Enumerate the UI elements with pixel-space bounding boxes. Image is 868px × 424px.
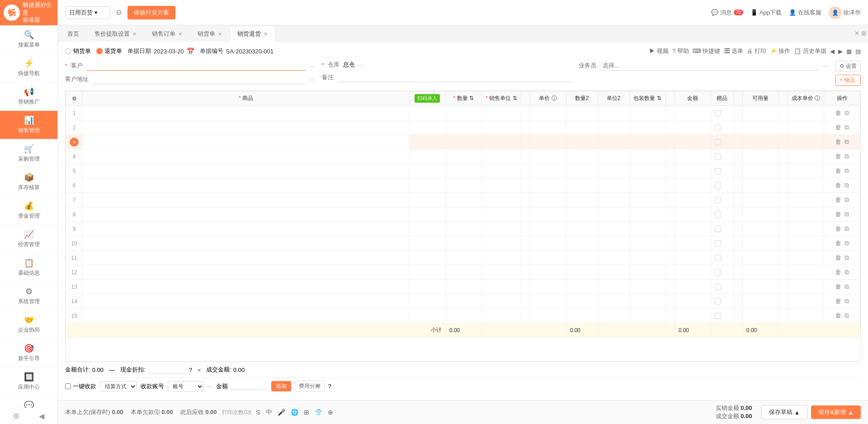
goods-input[interactable] bbox=[86, 211, 406, 218]
scan-btn[interactable]: 扫码录入 bbox=[415, 94, 440, 103]
unit-price-cell[interactable] bbox=[530, 178, 566, 193]
tab-close-all-icon[interactable]: ✕ bbox=[854, 30, 859, 37]
gift-checkbox[interactable] bbox=[715, 255, 721, 261]
goods-cell[interactable] bbox=[83, 207, 410, 222]
gift-checkbox[interactable] bbox=[715, 269, 721, 276]
tab-sales[interactable]: 销货单 ✕ bbox=[190, 26, 230, 42]
pack-qty-cell[interactable] bbox=[629, 280, 665, 294]
copy-row-btn[interactable]: ⧉ bbox=[844, 152, 850, 161]
amount-cell[interactable] bbox=[675, 207, 711, 222]
delete-row-btn[interactable]: 🗑 bbox=[834, 311, 842, 320]
goods-input[interactable] bbox=[86, 269, 406, 276]
sidebar-item-system[interactable]: ⚙ 系统管理 bbox=[0, 282, 57, 310]
tab-sales-order[interactable]: 销售订单 ✕ bbox=[144, 26, 190, 42]
delete-row-btn[interactable]: 🗑 bbox=[834, 166, 842, 175]
sidebar-item-sales[interactable]: 📊 销售管理 bbox=[0, 111, 57, 139]
qty2-cell[interactable] bbox=[566, 193, 598, 207]
sidebar-item-collab[interactable]: 🤝 企业协同 bbox=[0, 310, 57, 339]
delete-row-btn[interactable]: 🗑 bbox=[834, 224, 842, 233]
goods-cell[interactable] bbox=[83, 222, 410, 236]
unit2-cell[interactable] bbox=[598, 178, 629, 193]
pack-qty-cell[interactable] bbox=[629, 178, 665, 193]
unit2-cell[interactable] bbox=[598, 309, 629, 323]
qty2-cell[interactable] bbox=[566, 222, 598, 236]
gift-checkbox[interactable] bbox=[715, 182, 721, 189]
unit2-cell[interactable] bbox=[598, 164, 629, 178]
sales-unit-cell[interactable] bbox=[481, 135, 521, 149]
goods-input[interactable] bbox=[86, 298, 406, 305]
qty2-cell[interactable] bbox=[566, 294, 598, 309]
industry-dropdown[interactable]: 日用百货 ▾ bbox=[65, 6, 110, 19]
copy-row-btn[interactable]: ⧉ bbox=[844, 195, 850, 205]
unit2-cell[interactable] bbox=[598, 280, 629, 294]
unit2-cell[interactable] bbox=[598, 207, 629, 222]
goods-cell[interactable] bbox=[83, 265, 410, 280]
app-download-btn[interactable]: 📱 App下载 bbox=[750, 9, 782, 17]
salesperson-more-icon[interactable]: ··· bbox=[823, 62, 828, 69]
radio-return[interactable]: 退货单 bbox=[96, 47, 122, 55]
unit-price-cell[interactable] bbox=[530, 294, 566, 309]
goods-cell[interactable] bbox=[83, 251, 410, 265]
sidebar-item-guide[interactable]: 🎯 新手引导 bbox=[0, 339, 57, 367]
tab-expand-icon[interactable]: ⊞ bbox=[861, 30, 866, 37]
goods-input[interactable] bbox=[86, 124, 406, 131]
toolbar-s-icon[interactable]: S bbox=[254, 408, 262, 417]
delete-row-btn[interactable]: 🗑 bbox=[834, 181, 842, 190]
unit-price-cell[interactable] bbox=[530, 251, 566, 265]
list-view-icon[interactable]: ▤ bbox=[855, 48, 861, 55]
goods-cell[interactable] bbox=[83, 236, 410, 251]
help-btn[interactable]: ? 帮助 bbox=[672, 47, 689, 55]
delete-row-btn[interactable]: 🗑 bbox=[834, 108, 842, 117]
goods-input[interactable] bbox=[86, 153, 406, 160]
unit2-cell[interactable] bbox=[598, 294, 629, 309]
goods-input[interactable] bbox=[86, 167, 406, 174]
sidebar-item-finance[interactable]: 💰 资金管理 bbox=[0, 196, 57, 225]
gift-cell[interactable] bbox=[711, 222, 733, 236]
sales-unit-cell[interactable] bbox=[481, 149, 521, 164]
gift-checkbox[interactable] bbox=[715, 298, 721, 305]
pack-qty-cell[interactable] bbox=[629, 265, 665, 280]
gift-cell[interactable] bbox=[711, 251, 733, 265]
qty-cell[interactable] bbox=[445, 251, 481, 265]
goods-cell[interactable] bbox=[83, 193, 410, 207]
gift-cell[interactable] bbox=[711, 265, 733, 280]
sales-unit-cell[interactable] bbox=[481, 120, 521, 135]
gift-cell[interactable] bbox=[711, 106, 733, 120]
sidebar-item-wechat[interactable]: 💬 企业微信 bbox=[0, 396, 57, 408]
sidebar-item-search[interactable]: 🔍 搜索菜单 bbox=[0, 25, 57, 54]
th-scan[interactable]: 扫码录入 bbox=[409, 91, 445, 106]
gift-cell[interactable] bbox=[711, 207, 733, 222]
amount-cell[interactable] bbox=[675, 193, 711, 207]
delete-row-btn[interactable]: 🗑 bbox=[834, 137, 842, 146]
customer-input[interactable] bbox=[86, 61, 306, 71]
unit2-cell[interactable] bbox=[598, 193, 629, 207]
logistics-btn[interactable]: + 物流 bbox=[835, 75, 861, 86]
pack-qty-cell[interactable] bbox=[629, 135, 665, 149]
amount-cell[interactable] bbox=[675, 164, 711, 178]
amount-cell[interactable] bbox=[675, 106, 711, 120]
toolbar-qr-icon[interactable]: ⊞ bbox=[302, 408, 311, 417]
qty2-cell[interactable] bbox=[566, 178, 598, 193]
experience-btn[interactable]: 体验行业方案 bbox=[127, 6, 175, 19]
pack-qty-cell[interactable] bbox=[629, 222, 665, 236]
toolbar-more-icon[interactable]: ⊕ bbox=[326, 408, 335, 417]
copy-row-btn[interactable]: ⧉ bbox=[844, 224, 850, 233]
delete-row-btn[interactable]: 🗑 bbox=[834, 195, 842, 204]
settings-btn[interactable]: ⚙ 设置 bbox=[835, 61, 861, 72]
amount-cell[interactable] bbox=[675, 251, 711, 265]
gift-checkbox[interactable] bbox=[715, 110, 721, 116]
goods-cell[interactable] bbox=[83, 164, 410, 178]
tab-sales-order-close[interactable]: ✕ bbox=[178, 31, 182, 37]
qty-cell[interactable] bbox=[445, 178, 481, 193]
gift-checkbox[interactable] bbox=[715, 139, 721, 145]
sales-unit-cell[interactable] bbox=[481, 106, 521, 120]
unit2-cell[interactable] bbox=[598, 106, 629, 120]
sales-unit-cell[interactable] bbox=[481, 251, 521, 265]
video-btn[interactable]: ▶ 视频 bbox=[649, 47, 669, 55]
discount-input[interactable] bbox=[147, 366, 184, 373]
copy-row-btn[interactable]: ⧉ bbox=[844, 311, 850, 320]
sales-unit-cell[interactable] bbox=[481, 265, 521, 280]
qty2-cell[interactable] bbox=[566, 280, 598, 294]
one-click-payment-checkbox[interactable] bbox=[65, 383, 71, 389]
delete-row-btn[interactable]: 🗑 bbox=[834, 296, 842, 305]
